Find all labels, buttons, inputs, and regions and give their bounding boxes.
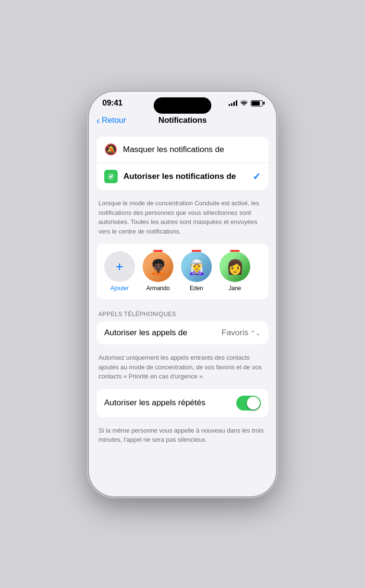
wifi-icon (240, 100, 248, 107)
back-button[interactable]: ‹ Retour (97, 116, 126, 125)
jane-remove-badge (230, 250, 240, 252)
battery-icon (251, 100, 263, 106)
checkmark-icon: ✓ (253, 171, 261, 182)
allow-notifications-label: Autoriser les notifications de (123, 172, 247, 181)
eden-remove-badge (192, 250, 201, 252)
person-armando[interactable]: 🧑🏿‍🦱 Armando (143, 251, 173, 292)
armando-remove-badge (153, 250, 163, 252)
armando-name: Armando (146, 285, 170, 292)
jane-name: Jane (229, 285, 241, 292)
add-person-label: Ajouter (110, 285, 129, 292)
repeated-calls-row: Autoriser les appels répétés (97, 389, 268, 417)
chevron-updown-icon: ⌃⌄ (250, 329, 261, 337)
add-person-button[interactable]: + Ajouter (104, 251, 135, 292)
signal-icon (229, 100, 237, 106)
repeated-calls-toggle[interactable] (236, 396, 261, 411)
back-chevron-icon: ‹ (97, 116, 100, 125)
hide-notifications-label: Masquer les notifications de (123, 145, 261, 154)
status-time: 09:41 (102, 98, 122, 108)
hide-notifications-row[interactable]: 🔕 Masquer les notifications de (97, 137, 268, 163)
allow-calls-value-wrapper: Favoris ⌃⌄ (221, 328, 261, 338)
jane-avatar: 👩 (219, 251, 250, 282)
repeated-calls-card: Autoriser les appels répétés (97, 389, 268, 417)
dynamic-island (154, 97, 211, 114)
people-card: + Ajouter 🧑🏿‍🦱 Armando (97, 244, 268, 299)
add-plus-icon: + (116, 260, 123, 273)
add-avatar: + (104, 251, 135, 282)
back-label: Retour (102, 116, 126, 125)
eden-name: Eden (190, 285, 203, 292)
eden-avatar: 🧝‍♀️ (181, 251, 212, 282)
phone-frame: 09:41 (89, 92, 276, 496)
armando-avatar: 🧑🏿‍🦱 (143, 251, 173, 282)
allow-calls-card: Autoriser les appels de Favoris ⌃⌄ (97, 321, 268, 344)
green-shield-icon (104, 170, 118, 183)
page-title: Notifications (158, 116, 207, 125)
person-jane[interactable]: 👩 Jane (219, 251, 250, 292)
person-eden[interactable]: 🧝‍♀️ Eden (181, 251, 212, 292)
notification-options-card: 🔕 Masquer les notifications de Autoriser… (97, 137, 268, 190)
toggle-thumb (247, 397, 260, 410)
screen: 09:41 (89, 92, 276, 496)
allow-calls-value: Favoris (221, 328, 248, 338)
nav-header: ‹ Retour Notifications (89, 112, 276, 131)
allow-calls-row[interactable]: Autoriser les appels de Favoris ⌃⌄ (97, 321, 268, 344)
repeated-calls-description: Si la même personne vous appelle à nouve… (97, 421, 268, 452)
allow-notifications-row[interactable]: Autoriser les notifications de ✓ (97, 163, 268, 190)
allow-calls-label: Autoriser les appels de (104, 328, 187, 338)
status-icons (229, 100, 263, 107)
calls-description: Autorisez uniquement les appels entrants… (97, 348, 268, 389)
notifications-description: Lorsque le mode de concentration Conduit… (97, 194, 268, 244)
muted-bell-icon: 🔕 (104, 143, 117, 156)
phone-calls-section-label: APPELS TÉLÉPHONIQUES (97, 303, 268, 321)
people-row: + Ajouter 🧑🏿‍🦱 Armando (104, 251, 261, 292)
repeated-calls-label: Autoriser les appels répétés (104, 398, 206, 408)
content-area: 🔕 Masquer les notifications de Autoriser… (89, 131, 276, 496)
